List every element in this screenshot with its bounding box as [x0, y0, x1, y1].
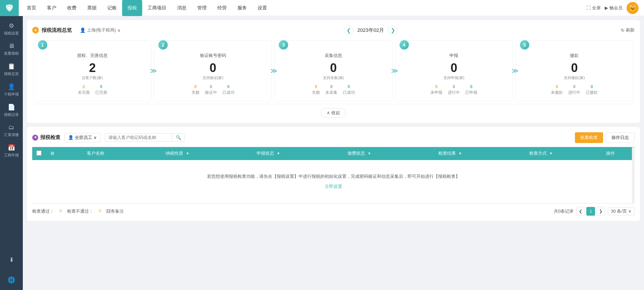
column-settings-icon[interactable]: ⚙	[50, 151, 55, 156]
settlement-icon: 🗂	[8, 124, 14, 131]
batch-tax-icon: 🖥	[8, 43, 14, 50]
col-tax-nature: 纳税性质 ▼	[132, 147, 223, 160]
check-result-filter-icon[interactable]: ▼	[458, 151, 462, 155]
nav-items: 首页 客户 收费 票据 记账 报税 工商项目 消息 管理 经营 服务 设置	[21, 0, 586, 16]
stat-verifying: 0 验证中	[205, 84, 217, 95]
sidebar-item-batch-tax[interactable]: 🖥 批量报税	[0, 39, 23, 59]
total-records: 共0条记录	[554, 208, 574, 214]
nav-home[interactable]: 首页	[21, 0, 42, 16]
member-button[interactable]: ▶ 畅会员	[605, 5, 623, 11]
collapse-button[interactable]: ∧ 收起	[321, 108, 346, 118]
tax-nature-filter-icon[interactable]: ▼	[186, 151, 190, 155]
scrollbar[interactable]	[632, 147, 635, 203]
stat-incomplete: 2 未完善	[78, 84, 90, 95]
sidebar-item-annual-report[interactable]: 📅 工商年报	[0, 141, 23, 161]
operation-log-button[interactable]: 操作日志	[606, 132, 635, 143]
fullscreen-icon: ⛶	[586, 5, 591, 10]
step-2-arrow: ≫	[270, 67, 277, 75]
fail-label: 检查不通过：	[67, 208, 93, 214]
pass-count[interactable]: 0	[59, 208, 62, 214]
nav-operation[interactable]: 经营	[212, 0, 232, 16]
nav-manage[interactable]: 管理	[192, 0, 212, 16]
step-3-arrow: ≫	[391, 67, 398, 75]
next-month-button[interactable]: ❯	[388, 25, 397, 35]
chevron-down-icon: ∨	[628, 209, 632, 214]
sidebar-item-tax-overview[interactable]: 📋 报税总览	[0, 59, 23, 80]
next-page-button[interactable]: ❯	[596, 207, 605, 216]
step-1-count: 2	[39, 61, 146, 75]
chevron-down-icon: ∨	[94, 135, 97, 140]
step-3-stats: 0 失败 0 未采集 0 已成功	[280, 84, 386, 95]
nav-service[interactable]: 服务	[232, 0, 252, 16]
per-page-selector[interactable]: 30 条/页 ∨	[608, 207, 635, 215]
check-title: ✦ 报税检查	[32, 134, 60, 141]
sidebar-item-tax-settings[interactable]: ⚙ 报税设置	[0, 19, 23, 39]
step-4-number: 4	[399, 40, 409, 50]
sidebar-item-settlement[interactable]: 🗂 汇算清缴	[0, 121, 23, 141]
page-nav: ❮ 1 ❯	[576, 207, 605, 216]
empty-state-cell: 若您想使用报税检查功能，请先在【报税设置】中进行报税的初始化设置，完成密码验证和…	[32, 160, 635, 203]
sidebar-item-personal-tax[interactable]: 👤 个税申报	[0, 80, 23, 100]
tax-bureau-selector[interactable]: 👤 上海(电子税局) ∨	[80, 27, 121, 33]
annual-report-icon: 📅	[8, 144, 15, 151]
check-method-filter-icon[interactable]: ▼	[549, 151, 553, 155]
employee-filter[interactable]: 👤 全部员工 ∨	[64, 133, 101, 142]
step-1-stats: 2 未完善 0 已完善	[39, 84, 146, 95]
sidebar-item-globe[interactable]: 🌐	[0, 270, 23, 290]
fullscreen-button[interactable]: ⛶ 全屏	[586, 5, 601, 11]
avatar[interactable]: 🐱	[627, 2, 639, 14]
nav-right: ⛶ 全屏 ▶ 畅会员 🐱	[586, 2, 639, 14]
nav-client[interactable]: 客户	[42, 0, 62, 16]
step-2-subtitle: 支持验证(家)	[160, 75, 266, 80]
stat-success: 0 已成功	[222, 84, 234, 95]
refresh-button[interactable]: ↻ 刷新	[621, 27, 635, 33]
setup-link[interactable]: 立即设置	[325, 184, 342, 189]
search-box: 🔍	[105, 133, 185, 142]
stat-not-declared: 0 未申报	[430, 84, 442, 95]
col-declare-status: 申报状态 ▼	[223, 147, 314, 160]
step-5-count: 0	[521, 61, 628, 75]
search-input[interactable]	[105, 134, 172, 141]
stat-fail2: 0 失败	[312, 84, 320, 95]
nav-business[interactable]: 工商项目	[142, 0, 172, 16]
stat-paid: 0 已缴款	[586, 84, 598, 95]
collapse-icon: ∧	[327, 110, 330, 115]
check-header: ✦ 报税检查 👤 全部员工 ∨ 🔍 批量检查 操作日志	[32, 132, 635, 143]
nav-settings[interactable]: 设置	[252, 0, 272, 16]
step-5-title: 缴款	[521, 53, 628, 59]
prev-page-button[interactable]: ❮	[576, 207, 585, 216]
nav-tax[interactable]: 报税	[122, 0, 142, 16]
current-page-button[interactable]: 1	[586, 207, 595, 216]
panel-title: + 报税流程总览	[32, 27, 72, 33]
stat-in-progress: 0 进行中	[448, 84, 460, 95]
sidebar-item-download[interactable]: ⬇	[0, 250, 23, 270]
nav-accounting[interactable]: 记账	[102, 0, 122, 16]
prev-month-button[interactable]: ❮	[344, 25, 353, 35]
member-icon: ▶	[605, 5, 608, 10]
table-footer: 检查通过： 0 检查不通过： 0 囧有备注 共0条记录 ❮ 1 ❯ 30 条/页…	[32, 203, 635, 216]
step-4-count: 0	[401, 61, 507, 75]
nav-fee[interactable]: 收费	[62, 0, 82, 16]
top-navigation: 首页 客户 收费 票据 记账 报税 工商项目 消息 管理 经营 服务 设置 ⛶ …	[0, 0, 644, 16]
col-operation: 操作	[586, 147, 635, 160]
col-check-method: 检查方式 ▼	[496, 147, 587, 160]
declare-status-filter-icon[interactable]: ▼	[277, 151, 280, 155]
steps-row: 1 授权、完善信息 2 总客户数(家) 2 未完善 0 已完善 ≫	[32, 40, 635, 101]
batch-check-button[interactable]: 批量检查	[575, 132, 603, 143]
search-button[interactable]: 🔍	[172, 134, 184, 141]
personal-tax-icon: 👤	[8, 83, 15, 90]
footer-stats: 检查通过： 0 检查不通过： 0 囧有备注	[32, 208, 124, 214]
sidebar-item-tax-records[interactable]: 📄 报税记录	[0, 100, 23, 121]
check-panel: ✦ 报税检查 👤 全部员工 ∨ 🔍 批量检查 操作日志	[27, 127, 640, 221]
step-3-subtitle: 支持采集(家)	[280, 75, 386, 80]
select-all-checkbox[interactable]	[36, 150, 42, 156]
step-1-subtitle: 总客户数(家)	[39, 75, 146, 80]
fail-count[interactable]: 0	[99, 208, 101, 214]
nav-invoice[interactable]: 票据	[82, 0, 102, 16]
nav-message[interactable]: 消息	[172, 0, 192, 16]
payment-status-filter-icon[interactable]: ▼	[368, 151, 371, 155]
check-header-right: 批量检查 操作日志	[575, 132, 635, 143]
step-5-card: 5 缴款 0 支持缴款(家) 0 未缴款 0 进行中 0 已缴款	[516, 40, 633, 101]
stat-not-paid: 0 未缴款	[551, 84, 563, 95]
tax-settings-icon: ⚙	[9, 22, 14, 29]
